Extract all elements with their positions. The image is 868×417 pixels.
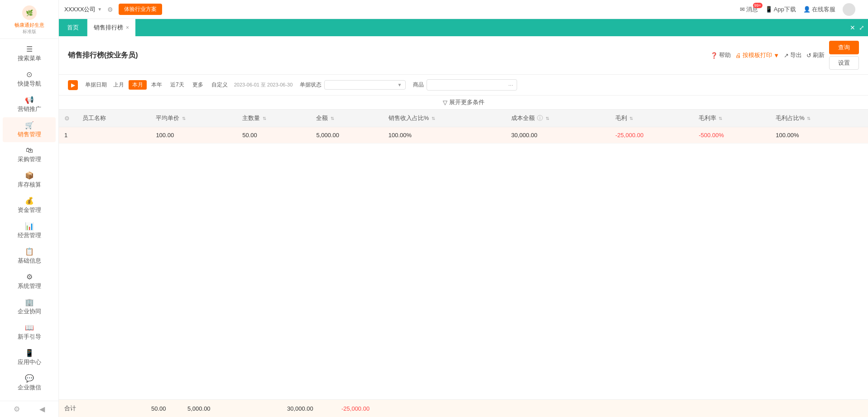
help-button[interactable]: ❓ 帮助 (710, 51, 731, 59)
expand-more-button[interactable]: ▽ 展开更多条件 (443, 98, 484, 106)
tab-close-icon[interactable]: × (126, 24, 129, 31)
sidebar-item-basic-info[interactable]: 📋 基础信息 (3, 244, 56, 268)
date-tab-this-month[interactable]: 本月 (129, 80, 147, 90)
tabbar: 首页 销售排行榜 × ✕ ⤢ (59, 19, 868, 36)
sidebar-item-system-label: 系统管理 (18, 282, 41, 290)
sidebar-item-system[interactable]: ⚙ 系统管理 (3, 269, 56, 294)
app-download-button[interactable]: 📱 App下载 (765, 5, 796, 14)
sidebar-item-app-center-label: 应用中心 (18, 358, 41, 366)
sidebar-item-sales[interactable]: 🛒 销售管理 (3, 117, 56, 142)
footer-quantity: 50.00 (146, 405, 182, 412)
refresh-label: 刷新 (813, 51, 825, 59)
status-filter-label: 单据状态 (300, 81, 321, 89)
enterprise-icon: 🏢 (25, 298, 34, 307)
sidebar-item-operations[interactable]: 📊 经营管理 (3, 218, 56, 243)
tab-close-all-icon[interactable]: ✕ (850, 24, 855, 31)
date-range-display: 2023-06-01 至 2023-06-30 (234, 81, 293, 88)
tab-sales-ranking[interactable]: 销售排行榜 × (87, 19, 135, 36)
gross-rate-sort-icon[interactable]: ⇅ (719, 116, 722, 121)
sidebar-item-search[interactable]: ☰ 搜索菜单 (3, 41, 56, 66)
date-tab-7days[interactable]: 近7天 (167, 80, 188, 90)
expand-down-icon: ▽ (443, 99, 447, 106)
refresh-button[interactable]: ↺ 刷新 (806, 51, 825, 59)
cell-cost: 30,000.00 (506, 127, 610, 144)
sidebar-item-finance[interactable]: 💰 资金管理 (3, 193, 56, 218)
goods-input[interactable]: ··· (427, 79, 517, 91)
th-gross: 毛利 ⇅ (610, 110, 693, 127)
sidebar-item-operations-label: 经营管理 (18, 231, 41, 240)
avg-price-sort-icon[interactable]: ⇅ (182, 116, 186, 121)
th-settings[interactable]: ⚙ (59, 110, 77, 127)
cell-rank: 1 (59, 127, 77, 144)
cell-gross: -25,000.00 (610, 127, 693, 144)
settings-gear-icon[interactable]: ⚙ (107, 6, 113, 13)
tab-home[interactable]: 首页 (59, 19, 87, 36)
sidebar-item-enterprise[interactable]: 🏢 企业协同 (3, 294, 56, 319)
message-button[interactable]: ✉ 消息 99+ (740, 5, 758, 14)
filter-toggle-arrow[interactable]: ▶ (68, 80, 78, 90)
sidebar-item-inventory-label: 库存核算 (18, 181, 41, 189)
export-label: 导出 (790, 51, 802, 59)
status-select[interactable]: ▼ (324, 80, 406, 90)
system-icon: ⚙ (26, 273, 33, 281)
footer-gross: -25,000.00 (336, 405, 381, 412)
logo-icon: 🌿 (21, 5, 38, 21)
export-button[interactable]: ↗ 导出 (784, 51, 802, 59)
table-row[interactable]: 1 100.00 50.00 5,000.00 100.00% 30,000.0… (59, 127, 868, 144)
gross-pct-sort-icon[interactable]: ⇅ (807, 116, 810, 121)
date-tab-this-year[interactable]: 本年 (148, 80, 166, 90)
sidebar-item-marketing-label: 营销推广 (18, 105, 41, 113)
date-tab-prev-month[interactable]: 上月 (110, 80, 128, 90)
sidebar-item-enterprise-label: 企业协同 (18, 307, 41, 316)
app-download-label: App下载 (774, 5, 796, 14)
th-gross-label: 毛利 (615, 115, 627, 121)
sidebar-collapse-icon[interactable]: ◀ (39, 405, 45, 413)
goods-more-icon[interactable]: ··· (508, 81, 513, 88)
company-selector[interactable]: XXXXX公司 ▼ (64, 5, 102, 14)
sidebar-nav: ☰ 搜索菜单 ⊙ 快捷导航 📢 营销推广 🛒 销售管理 🛍 采购管理 📦 库存核… (0, 39, 58, 401)
sidebar-item-wechat[interactable]: 💬 企业微信 (3, 370, 56, 395)
sidebar-settings-icon[interactable]: ⚙ (14, 405, 20, 413)
cost-info-icon[interactable]: ⓘ (537, 114, 543, 122)
amount-sort-icon[interactable]: ⇅ (331, 116, 334, 121)
sidebar-item-marketing[interactable]: 📢 营销推广 (3, 92, 56, 117)
sidebar-item-basic-info-label: 基础信息 (18, 257, 41, 265)
sidebar-item-purchase[interactable]: 🛍 采购管理 (3, 143, 56, 167)
sales-ranking-table: ⚙ 员工名称 平均单价 ⇅ 主数量 ⇅ 全额 (59, 110, 868, 144)
cell-amount: 5,000.00 (311, 127, 383, 144)
help-icon: ❓ (710, 52, 718, 59)
date-tab-more[interactable]: 更多 (189, 80, 207, 90)
filter-area: ▶ 单据日期 上月 本月 本年 近7天 更多 自定义 2023-06-01 至 … (59, 75, 868, 96)
gross-sort-icon[interactable]: ⇅ (629, 116, 633, 121)
online-service-button[interactable]: 👤 在线客服 (803, 5, 835, 14)
cell-gross-rate: -500.00% (693, 127, 770, 144)
th-avg-price: 平均单价 ⇅ (150, 110, 237, 127)
cost-sort-icon[interactable]: ⇅ (546, 116, 549, 121)
status-filter-group: 单据状态 ▼ (300, 80, 406, 90)
settings-button[interactable]: 设置 (829, 56, 859, 70)
footer-cost: 30,000.00 (282, 405, 336, 412)
date-filter-group: 单据日期 上月 本月 本年 近7天 更多 自定义 2023-06-01 至 20… (85, 80, 293, 90)
th-employee-name-label: 员工名称 (82, 115, 106, 121)
sidebar-item-guide[interactable]: 📖 新手引导 (3, 320, 56, 345)
user-avatar[interactable] (843, 3, 855, 16)
sidebar-item-quick-nav[interactable]: ⊙ 快捷导航 (3, 67, 56, 91)
sidebar-item-inventory[interactable]: 📦 库存核算 (3, 168, 56, 192)
experience-button[interactable]: 体验行业方案 (119, 4, 162, 15)
footer-avg-price (91, 405, 146, 412)
sales-pct-sort-icon[interactable]: ⇅ (432, 116, 435, 121)
sidebar-item-app-center[interactable]: 📱 应用中心 (3, 345, 56, 370)
search-menu-icon: ☰ (26, 45, 33, 53)
tab-fullscreen-icon[interactable]: ⤢ (859, 24, 864, 31)
status-select-arrow: ▼ (397, 82, 402, 87)
date-tabs: 上月 本月 本年 近7天 更多 自定义 (110, 80, 231, 90)
query-button[interactable]: 查询 (829, 41, 859, 54)
th-cost-label: 成本全额 (511, 115, 535, 121)
th-rank-name: 员工名称 (77, 110, 150, 127)
date-tab-custom[interactable]: 自定义 (208, 80, 231, 90)
print-button[interactable]: 🖨 按模板打印 ▼ (735, 51, 779, 59)
sidebar-item-member[interactable]: ◇ 畅会员 (3, 396, 56, 401)
quantity-sort-icon[interactable]: ⇅ (263, 116, 266, 121)
topbar: XXXXX公司 ▼ ⚙ 体验行业方案 ✉ 消息 99+ 📱 App下载 👤 在线… (59, 0, 868, 19)
th-gross-rate: 毛利率 ⇅ (693, 110, 770, 127)
